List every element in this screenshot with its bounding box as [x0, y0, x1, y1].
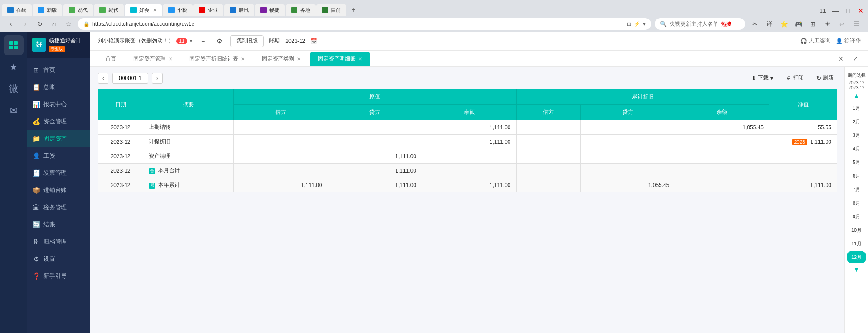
sidebar-icon-strip: ★ 微 ✉ [0, 32, 27, 333]
browser-tab-2[interactable]: 新版 [33, 4, 62, 16]
month-item-8[interactable]: 8月 [847, 197, 866, 209]
translate-button[interactable]: 译 [763, 18, 776, 30]
browser-tab-8[interactable]: 腾讯 [224, 4, 254, 16]
browser-tab-7[interactable]: 企业 [193, 4, 223, 16]
service-button[interactable]: 🎧 人工咨询 [800, 37, 830, 45]
scroll-down-button[interactable]: ▼ [845, 264, 868, 275]
cell-orig-debit-4 [234, 164, 328, 178]
sidebar-icon-weibo[interactable]: 微 [4, 79, 24, 98]
sidebar-item-settlement[interactable]: 🔄 结账 [27, 216, 90, 233]
sidebar-item-invoice-mgmt[interactable]: 🧾 发票管理 [27, 164, 90, 182]
reload-button[interactable]: ↻ [34, 19, 45, 29]
sidebar-item-sales-purchase[interactable]: 📦 进销台账 [27, 182, 90, 199]
close-window-button[interactable]: ✕ [855, 5, 866, 16]
tab-depreciation-stats-close[interactable]: ✕ [241, 56, 245, 61]
sidebar-item-reports[interactable]: 📊 报表中心 [27, 96, 90, 113]
menu-button[interactable]: ☰ [850, 18, 863, 30]
minimize-button[interactable]: — [830, 5, 841, 16]
sidebar-label-reports: 报表中心 [43, 100, 67, 108]
month-item-2[interactable]: 2月 [847, 115, 866, 128]
table-row: 2023-12 合 本月合计 1,111.00 [98, 164, 837, 178]
cell-net-2: 2023 1,111.00 [769, 135, 837, 149]
theme-button[interactable]: ☀ [821, 18, 834, 30]
sidebar-item-fixed-assets[interactable]: 📁 固定资产 [27, 130, 90, 147]
new-tab-button[interactable]: + [347, 4, 360, 16]
tab-close-5[interactable]: ✕ [153, 8, 156, 13]
scroll-up-button[interactable]: ▲ [845, 90, 868, 101]
month-item-11[interactable]: 11月 [847, 237, 866, 250]
tab-home[interactable]: 首页 [98, 52, 124, 66]
month-item-7[interactable]: 7月 [847, 183, 866, 196]
refresh-button[interactable]: ↻ 刷新 [813, 72, 837, 84]
dropdown-icon[interactable]: ▾ [643, 21, 646, 27]
tab-asset-detail-close[interactable]: ✕ [359, 56, 362, 61]
maximize-button[interactable]: □ [843, 5, 854, 16]
browser-tab-4[interactable]: 易代 [94, 4, 124, 16]
cell-accum-balance-5 [675, 178, 769, 192]
browser-tab-9[interactable]: 畅捷 [255, 4, 285, 16]
back-button[interactable]: ‹ [5, 19, 16, 29]
user-button[interactable]: 👤 徐译华 [836, 37, 861, 45]
restore-window-button[interactable]: 11 [817, 5, 828, 16]
tab-asset-detail[interactable]: 固定资产明细账 ✕ [310, 52, 370, 66]
scissors-button[interactable]: ✂ [749, 18, 761, 30]
print-button[interactable]: 🖨 打印 [782, 72, 807, 84]
sidebar-item-fund-mgmt[interactable]: 💰 资金管理 [27, 113, 90, 130]
sidebar-item-guide[interactable]: ❓ 新手引导 [27, 267, 90, 285]
browser-tab-1[interactable]: 在线 [2, 4, 32, 16]
sidebar-icon-main[interactable] [4, 35, 24, 55]
cell-accum-balance-3 [675, 149, 769, 164]
settings-small-button[interactable]: ⚙ [214, 36, 225, 47]
search-bar[interactable]: 🔍 央视更新主持人名单 热搜 [655, 18, 745, 30]
download-button[interactable]: ⬇ 下载 ▾ [748, 72, 777, 84]
prev-page-button[interactable]: ‹ [98, 73, 108, 84]
grid-button[interactable]: ⊞ [807, 18, 819, 30]
switch-version-label: 切到旧版 [236, 37, 258, 45]
calendar-icon[interactable]: 📅 [311, 38, 317, 44]
cell-summary-3: 资产清理 [143, 149, 234, 164]
switch-version-button[interactable]: 切到旧版 [230, 35, 264, 47]
collapse-tabs-button[interactable]: ✕ [835, 53, 846, 64]
sidebar-item-settings[interactable]: ⚙ 设置 [27, 250, 90, 267]
month-item-3[interactable]: 3月 [847, 129, 866, 141]
browser-tab-3[interactable]: 易代 [63, 4, 93, 16]
page-input[interactable] [112, 73, 148, 84]
browser-tab-5[interactable]: 好会 ✕ [125, 4, 162, 16]
sidebar-icon-star[interactable]: ★ [4, 57, 24, 77]
tab-asset-category[interactable]: 固定资产类别 ✕ [254, 52, 308, 66]
month-item-10[interactable]: 10月 [847, 224, 866, 236]
tab-asset-category-close[interactable]: ✕ [297, 56, 301, 61]
sidebar-item-home[interactable]: ⊞ 首页 [27, 61, 90, 79]
sidebar-icon-mail[interactable]: ✉ [4, 100, 24, 120]
tab-depreciation-stats[interactable]: 固定资产折旧统计表 ✕ [182, 52, 252, 66]
sidebar-item-payroll[interactable]: 👤 工资 [27, 147, 90, 164]
add-account-button[interactable]: + [198, 36, 208, 47]
next-page-button[interactable]: › [152, 73, 163, 84]
forward-button[interactable]: › [20, 19, 31, 29]
tab-label-8: 腾讯 [239, 7, 249, 14]
month-item-5[interactable]: 5月 [847, 156, 866, 169]
home-button[interactable]: ⌂ [49, 19, 60, 29]
game-button[interactable]: 🎮 [792, 18, 805, 30]
month-item-12[interactable]: 12月 [847, 251, 866, 263]
bookmark-button[interactable]: ☆ [63, 19, 74, 29]
browser-tab-6[interactable]: 个税 [163, 4, 193, 16]
month-item-4[interactable]: 4月 [847, 142, 866, 155]
account-dropdown-icon[interactable]: ▾ [190, 38, 192, 43]
tab-fixed-asset-mgmt[interactable]: 固定资产管理 ✕ [126, 52, 180, 66]
expand-tabs-button[interactable]: ⤢ [850, 53, 861, 64]
account-selector[interactable]: 刘小艳演示账套（勿删勿动！） 11 ▾ [98, 37, 192, 45]
browser-tab-10[interactable]: 各地 [286, 4, 316, 16]
sidebar-item-archive-mgmt[interactable]: 🗄 归档管理 [27, 233, 90, 250]
month-item-9[interactable]: 9月 [847, 210, 866, 223]
month-item-1[interactable]: 1月 [847, 102, 866, 114]
sidebar-item-general-ledger[interactable]: 📋 总账 [27, 79, 90, 96]
month-item-6[interactable]: 6月 [847, 169, 866, 182]
sidebar-item-tax-mgmt[interactable]: 🏛 税务管理 [27, 199, 90, 216]
undo-button[interactable]: ↩ [835, 18, 848, 30]
star-button[interactable]: ⭐ [778, 18, 790, 30]
url-bar[interactable]: 🔒 https://cloud.chanjet.com/accounting/u… [78, 18, 651, 30]
th-orig-debit: 借方 [234, 105, 328, 120]
browser-tab-11[interactable]: 目前 [316, 4, 346, 16]
tab-fixed-asset-mgmt-close[interactable]: ✕ [169, 56, 172, 61]
